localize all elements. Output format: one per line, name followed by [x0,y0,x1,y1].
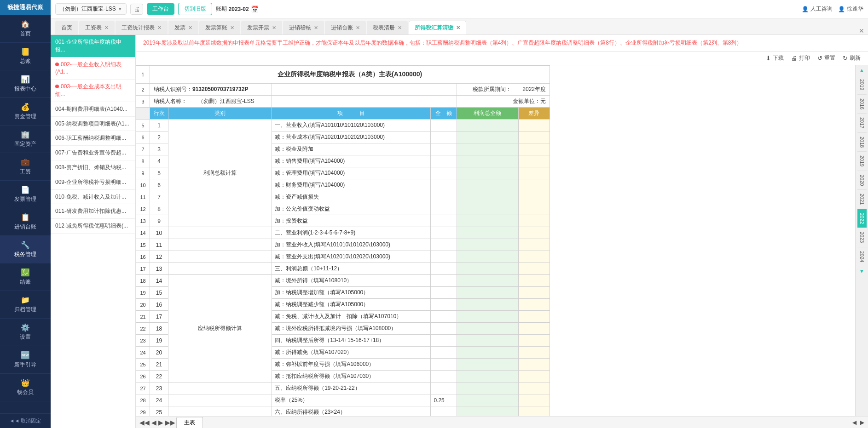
left-panel-item-012[interactable]: 012-减免所得税优惠明细表(... [51,219,135,234]
ledger-icon: 📒 [21,47,30,56]
refresh-icon: ↻ [843,55,848,62]
sidebar-item-home[interactable]: 🏠 首页 [0,15,51,43]
tab-payroll-close[interactable]: ✕ [104,25,109,31]
sheet-main[interactable]: 1 企业所得税年度纳税申报表（A类）主表(A100000) 2 纳税人识别号：9… [136,65,855,416]
service-btn[interactable]: 👤 人工咨询 [802,5,833,13]
close-all-icon[interactable]: ✕ [859,27,864,34]
sidebar-item-guide[interactable]: 🆕 新手引导 [0,346,51,374]
print-button[interactable]: 🖨 打印 [791,54,810,62]
tab-income-tax-close[interactable]: ✕ [456,25,460,31]
tab-invoice-open[interactable]: 发票开票 ✕ [241,21,282,34]
sidebar-item-sales-ledger[interactable]: 📋 进销台账 [0,208,51,236]
year-nav-2016[interactable]: 2016 [857,95,867,114]
user-info[interactable]: 👤 徐逢华 [838,5,863,13]
table-row: 14 10 二、营业利润(1-2-3-4-5-6-7-8+9) [136,227,550,239]
sidebar-item-finance[interactable]: 💰 资金管理 [0,98,51,126]
sidebar-item-invoice[interactable]: 📄 发票管理 [0,181,51,208]
sidebar-item-reports[interactable]: 📊 报表中心 [0,70,51,98]
col-header-diff: 差异 [518,108,550,120]
year-nav-up[interactable]: ▲ [857,65,867,75]
sidebar-item-payroll[interactable]: 💼 工资 [0,153,51,181]
left-panel-item-008[interactable]: 008-资产折旧、摊销及纳税... [51,160,135,175]
sheet-nav-next[interactable]: ▶ [158,419,163,426]
tab-purchase-ledger-close[interactable]: ✕ [356,25,360,31]
left-panel-item-011[interactable]: 011-研发费用加计扣除优惠... [51,204,135,219]
left-panel-item-003[interactable]: 003-一般企业成本支出明细... [51,80,135,102]
sidebar-item-assets[interactable]: 🏢 固定资产 [0,126,51,153]
sheet-nav-prev[interactable]: ◀ [151,419,156,426]
tab-home[interactable]: 首页 [55,21,78,34]
tab-purchase-verify[interactable]: 进销稽核 ✕ [283,21,324,34]
meta-row-1: 2 纳税人识别号：91320500703719732P 税款所属期间： 2022… [136,84,550,96]
refresh-button[interactable]: ↻ 刷新 [843,54,861,62]
download-button[interactable]: ⬇ 下载 [766,54,784,62]
tab-payroll[interactable]: 工资表 ✕ [79,21,115,34]
sheet-nav-first[interactable]: ◀◀ [139,419,150,426]
left-panel-item-009[interactable]: 009-企业所得税补亏损明细... [51,175,135,190]
guide-icon: 🆕 [21,351,30,360]
tab-income-tax[interactable]: 所得税汇算清缴 ✕ [409,21,466,34]
table-row: 29 25 六、应纳所得税额（23×24） [136,406,550,416]
left-panel-item-001[interactable]: 001-企业所得税年度纳税申报... [51,35,135,57]
sheet-tab-main[interactable]: 主表 [176,417,203,428]
year-nav-2023[interactable]: 2023 [857,228,867,247]
content-area: 001-企业所得税年度纳税申报... 002-一般企业收入明细表(A1... 0… [51,35,868,428]
left-panel-item-002[interactable]: 002-一般企业收入明细表(A1... [51,57,135,80]
tab-invoice-calc-close[interactable]: ✕ [230,25,234,31]
year-nav-2017[interactable]: 2017 [857,114,867,132]
spreadsheet-area: 1 企业所得税年度纳税申报表（A类）主表(A100000) 2 纳税人识别号：9… [136,65,868,416]
year-nav-2020[interactable]: 2020 [857,171,867,190]
sidebar-item-tax[interactable]: 🔧 税务管理 [0,236,51,263]
tab-payroll-stats[interactable]: 工资统计报表 ✕ [116,21,168,34]
reset-button[interactable]: ↺ 重置 [817,54,835,62]
sidebar-item-archive[interactable]: 📁 归档管理 [0,291,51,319]
year-nav-2018[interactable]: 2018 [857,133,867,152]
tab-purchase-verify-close[interactable]: ✕ [314,25,318,31]
col-header-cat: 类别 [168,108,272,120]
sidebar-item-label: 总账 [20,57,31,65]
row-num-header [136,108,150,120]
tab-invoice[interactable]: 发票 ✕ [168,21,198,34]
table-row: 5 1 利润总额计算 一、营业收入(填写A101010\101020\10300… [136,120,550,131]
scroll-right[interactable]: ▶ [860,419,864,426]
sidebar-item-settings[interactable]: ⚙️ 设置 [0,319,51,346]
scroll-left[interactable]: ◀ [852,419,856,426]
row-num: 2 [136,84,150,96]
tab-invoice-calc[interactable]: 发票算账 ✕ [199,21,240,34]
year-nav-2024[interactable]: 2024 [857,247,867,266]
year-nav-2019a[interactable]: 2019 [857,75,867,94]
year-nav-2021[interactable]: 2021 [857,190,867,209]
member-icon: 👑 [21,378,30,387]
home-icon: 🏠 [21,20,30,29]
payroll-icon: 💼 [21,158,30,166]
column-header-row: 行次 类别 项 目 全 额 利润总全额 差异 [136,108,550,120]
workbench-button[interactable]: 工作台 [147,3,174,15]
tab-tax-table[interactable]: 税表清册 ✕ [367,21,408,34]
left-panel-item-005[interactable]: 005-纳税调整项目明细表(A1... [51,117,135,131]
meta-row-2: 3 纳税人名称： （勿删）江西服宝-LSS 金额单位：元 [136,96,550,108]
switch-old-button[interactable]: 切到旧版 [178,3,212,15]
year-nav-down[interactable]: ▼ [857,266,867,276]
tab-invoice-open-close[interactable]: ✕ [272,25,276,31]
sidebar-item-ledger[interactable]: 📒 总账 [0,43,51,70]
year-nav-2022[interactable]: 2022 [857,209,867,228]
year-nav: ▲ 2019 2016 2017 2018 2019 2020 2021 202… [855,65,868,416]
left-panel-item-004[interactable]: 004-期间费用明细表(A1040... [51,102,135,117]
tab-invoice-close[interactable]: ✕ [188,25,192,31]
sheet-nav-last[interactable]: ▶▶ [165,419,175,426]
sidebar-item-member[interactable]: 👑 畅会员 [0,374,51,401]
sidebar-pin-toggle[interactable]: ◄◄ 取消固定 [0,413,51,428]
company-selector[interactable]: （勿删）江西服宝-LSS ▼ [55,3,127,15]
sidebar-item-label: 税务管理 [14,251,36,258]
left-panel-item-010[interactable]: 010-免税、减计收入及加计... [51,190,135,205]
tab-purchase-ledger[interactable]: 进销台账 ✕ [325,21,366,34]
print-icon-btn[interactable]: 🖨 [130,4,143,15]
sheet-nav[interactable]: ◀◀ ◀ ▶ ▶▶ [139,419,175,426]
left-panel-item-006[interactable]: 006-职工薪酬纳税调整明细... [51,131,135,146]
year-nav-2019b[interactable]: 2019 [857,152,867,171]
tabs-bar-right: ✕ [859,27,868,34]
tab-tax-table-close[interactable]: ✕ [398,25,402,31]
sidebar-item-close-accounts[interactable]: 💹 结账 [0,263,51,291]
tab-payroll-stats-close[interactable]: ✕ [157,25,162,31]
left-panel-item-007[interactable]: 007-广告费和业务宣传费超... [51,146,135,160]
